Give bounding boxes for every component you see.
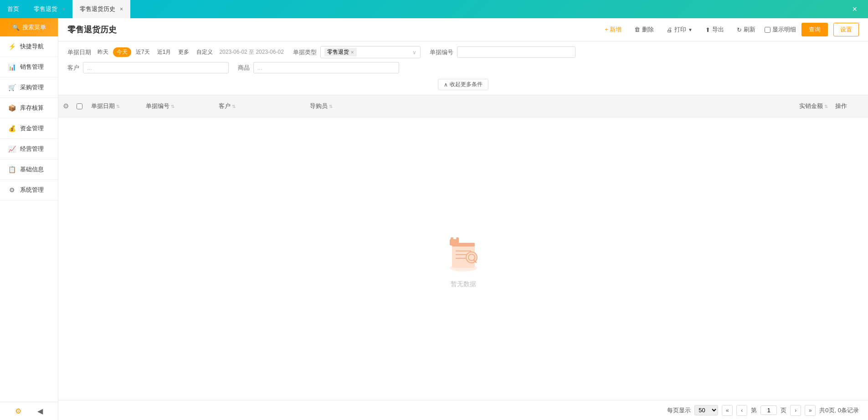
sidebar-item-finance-label: 资金管理 xyxy=(20,124,44,133)
th-amount-sort[interactable]: ⇅ xyxy=(824,104,828,109)
date-range-value: 2023-06-02 至 2023-06-02 xyxy=(219,48,283,56)
tab-retail-return-history-close[interactable]: × xyxy=(120,6,123,12)
filter-area: 单据日期 昨天 今天 近7天 近1月 更多 自定义 2023-06-02 至 2… xyxy=(58,41,868,95)
goods-filter-label: 商品 xyxy=(238,64,250,72)
sidebar-nav: ⚡ 快捷导航 📊 销售管理 🛒 采购管理 📦 库存核算 💰 资金管理 📈 xyxy=(0,36,58,402)
sidebar-item-inventory[interactable]: 📦 库存核算 xyxy=(0,98,58,118)
export-label: 导出 xyxy=(712,26,724,34)
date-options: 昨天 今天 近7天 近1月 更多 自定义 xyxy=(95,47,216,57)
refresh-icon: ↻ xyxy=(737,26,742,33)
top-bar: 首页 零售退货 × 零售退货历史 × × xyxy=(0,0,868,18)
th-settings: ⚙ xyxy=(58,99,73,113)
empty-text: 暂无数据 xyxy=(451,280,476,288)
window-close-button[interactable]: × xyxy=(848,5,861,14)
empty-illustration xyxy=(441,229,486,275)
page-header: 零售退货历史 + 新增 🗑 删除 🖨 打印 ▼ ⬆ 导出 ↻ 刷新 xyxy=(58,18,868,41)
customer-input[interactable]: ... xyxy=(83,62,229,73)
type-tag-value: 零售退货 xyxy=(327,48,349,56)
sidebar-item-system[interactable]: ⚙ 系统管理 xyxy=(0,180,58,200)
tab-retail-return-history[interactable]: 零售退货历史 × xyxy=(72,0,130,18)
sidebar-item-purchase[interactable]: 🛒 采购管理 xyxy=(0,77,58,98)
page-label: 第 xyxy=(751,406,757,415)
type-tag-remove[interactable]: × xyxy=(351,49,354,56)
page-input[interactable] xyxy=(760,405,777,415)
svg-rect-10 xyxy=(451,237,453,241)
per-page-select[interactable]: 50 10 20 100 xyxy=(694,405,718,415)
collapse-icon: ∧ xyxy=(444,82,448,88)
sidebar-item-basic-info-label: 基础信息 xyxy=(20,165,44,174)
export-icon: ⬆ xyxy=(705,26,710,33)
print-icon: 🖨 xyxy=(667,26,673,33)
top-bar-right: × xyxy=(848,5,868,14)
delete-button[interactable]: 🗑 删除 xyxy=(631,24,657,36)
next-page-button[interactable]: › xyxy=(790,405,801,416)
type-filter-label: 单据类型 xyxy=(293,48,317,56)
tab-retail-return-label: 零售退货 xyxy=(34,5,57,13)
collapse-sidebar-icon[interactable]: ◀ xyxy=(37,407,43,415)
tab-retail-return[interactable]: 零售退货 × xyxy=(26,0,72,18)
th-date-label: 单据日期 xyxy=(91,102,115,110)
sidebar-search[interactable]: 🔍 搜索菜单 xyxy=(0,18,58,36)
table-area: ⚙ 单据日期 ⇅ 单据编号 ⇅ 客户 ⇅ 导购员 xyxy=(58,95,868,400)
th-checkbox xyxy=(73,103,87,109)
refresh-button[interactable]: ↻ 刷新 xyxy=(733,24,759,36)
tab-retail-return-history-label: 零售退货历史 xyxy=(80,5,115,13)
new-button[interactable]: + 新增 xyxy=(601,24,625,36)
export-button[interactable]: ⬆ 导出 xyxy=(702,24,728,36)
sidebar-item-quick-nav[interactable]: ⚡ 快捷导航 xyxy=(0,36,58,57)
goods-input[interactable]: ... xyxy=(253,62,399,73)
refresh-label: 刷新 xyxy=(744,26,755,34)
th-guide: 导购员 ⇅ xyxy=(306,102,379,110)
th-guide-label: 导购员 xyxy=(310,102,328,110)
sidebar-item-basic-info[interactable]: 📋 基础信息 xyxy=(0,159,58,180)
th-amount-label: 实销金额 xyxy=(799,102,823,110)
date-opt-more[interactable]: 更多 xyxy=(175,47,192,57)
date-filter-group: 单据日期 昨天 今天 近7天 近1月 更多 自定义 2023-06-02 至 2… xyxy=(67,47,284,57)
date-opt-7days[interactable]: 近7天 xyxy=(133,47,153,57)
date-opt-1month[interactable]: 近1月 xyxy=(154,47,174,57)
show-detail-checkbox[interactable] xyxy=(765,27,770,33)
filter-row-1: 单据日期 昨天 今天 近7天 近1月 更多 自定义 2023-06-02 至 2… xyxy=(67,46,859,58)
first-page-button[interactable]: « xyxy=(722,405,733,416)
tab-retail-return-close[interactable]: × xyxy=(62,6,65,12)
th-guide-sort[interactable]: ⇅ xyxy=(329,104,333,109)
collapse-button[interactable]: ∧ 收起更多条件 xyxy=(438,79,488,90)
sidebar-item-sales[interactable]: 📊 销售管理 xyxy=(0,57,58,77)
date-opt-yesterday[interactable]: 昨天 xyxy=(95,47,111,57)
customer-filter-group: 客户 ... xyxy=(67,62,229,73)
last-page-button[interactable]: » xyxy=(805,405,816,416)
th-amount: 实销金额 ⇅ xyxy=(777,102,832,110)
table-settings-icon[interactable]: ⚙ xyxy=(62,99,69,113)
pagination: 每页显示 50 10 20 100 « ‹ 第 页 › » 共0页, 0条记录 xyxy=(58,400,868,420)
show-detail-label: 显示明细 xyxy=(765,26,796,34)
th-date-sort[interactable]: ⇅ xyxy=(116,104,120,109)
th-docno-sort[interactable]: ⇅ xyxy=(171,104,175,109)
sidebar-item-operations[interactable]: 📈 经营管理 xyxy=(0,139,58,159)
collapse-container: ∧ 收起更多条件 xyxy=(67,77,859,90)
tab-list: 首页 零售退货 × 零售退货历史 × xyxy=(0,0,848,18)
date-opt-today[interactable]: 今天 xyxy=(113,47,131,57)
query-button[interactable]: 查询 xyxy=(801,23,828,36)
settings-button[interactable]: 设置 xyxy=(833,23,859,36)
type-dropdown-icon: ∨ xyxy=(412,49,416,56)
customer-placeholder-text: ... xyxy=(87,64,92,71)
print-button[interactable]: 🖨 打印 ▼ xyxy=(663,24,696,36)
basic-info-icon: 📋 xyxy=(7,165,16,174)
tab-home-label: 首页 xyxy=(7,5,19,13)
sidebar-item-quick-nav-label: 快捷导航 xyxy=(20,42,44,51)
date-opt-custom[interactable]: 自定义 xyxy=(194,47,216,57)
settings-bottom-icon[interactable]: ⚙ xyxy=(15,407,21,415)
tab-home[interactable]: 首页 xyxy=(0,0,26,18)
docno-input[interactable] xyxy=(457,46,575,58)
prev-page-button[interactable]: ‹ xyxy=(736,405,747,416)
sidebar-item-finance[interactable]: 💰 资金管理 xyxy=(0,118,58,139)
th-customer-sort[interactable]: ⇅ xyxy=(232,104,236,109)
show-detail-text: 显示明细 xyxy=(772,26,796,34)
sidebar-search-label: 搜索菜单 xyxy=(22,23,46,31)
type-filter-group: 单据类型 零售退货 × ∨ xyxy=(293,46,421,58)
select-all-checkbox[interactable] xyxy=(77,103,82,109)
type-select[interactable]: 零售退货 × ∨ xyxy=(320,46,421,58)
main-layout: 🔍 搜索菜单 ⚡ 快捷导航 📊 销售管理 🛒 采购管理 📦 库存核算 💰 xyxy=(0,18,868,420)
customer-filter-label: 客户 xyxy=(67,64,79,72)
th-docno-label: 单据编号 xyxy=(146,102,169,110)
